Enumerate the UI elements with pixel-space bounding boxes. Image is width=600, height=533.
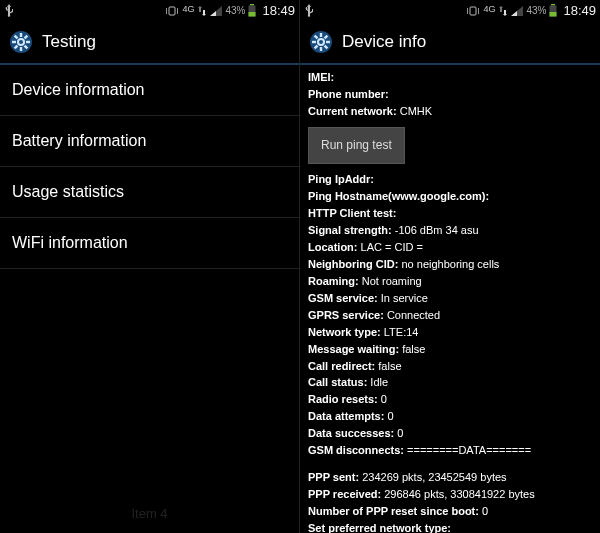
svg-point-29 — [319, 40, 323, 44]
data-arrows-icon — [197, 6, 207, 16]
menu-battery-information[interactable]: Battery information — [0, 116, 299, 167]
app-header-left: Testing — [0, 21, 299, 65]
status-bar-left: 4G 43% 18:49 — [0, 0, 299, 21]
svg-rect-3 — [249, 12, 256, 17]
gear-icon — [308, 29, 334, 55]
svg-rect-24 — [326, 41, 330, 43]
menu-wifi-information[interactable]: WiFi information — [0, 218, 299, 269]
battery-icon — [248, 4, 256, 17]
field-neighboring-cid: Neighboring CID: no neighboring cells — [308, 257, 592, 273]
field-pref-network-label: Set preferred network type: — [308, 521, 592, 533]
right-panel: 4G 43% 18:49 Device info IMEI: — [300, 0, 600, 533]
network-4g-icon: 4G — [182, 4, 194, 14]
signal-icon — [210, 6, 222, 16]
field-roaming: Roaming: Not roaming — [308, 274, 592, 290]
run-ping-test-button[interactable]: Run ping test — [308, 127, 405, 164]
svg-rect-23 — [312, 41, 316, 43]
menu-usage-statistics[interactable]: Usage statistics — [0, 167, 299, 218]
field-ping-hostname: Ping Hostname(www.google.com): — [308, 189, 592, 205]
network-4g-icon: 4G — [483, 4, 495, 14]
item-4-label: Item 4 — [119, 502, 179, 525]
battery-percent: 43% — [225, 5, 245, 16]
page-title-right: Device info — [342, 32, 426, 52]
field-ppp-received: PPP received: 296846 pkts, 330841922 byt… — [308, 487, 592, 503]
field-ping-ipaddr: Ping IpAddr: — [308, 172, 592, 188]
signal-icon — [511, 6, 523, 16]
field-gsm-service: GSM service: In service — [308, 291, 592, 307]
menu-list: Device information Battery information U… — [0, 65, 299, 269]
menu-device-information[interactable]: Device information — [0, 65, 299, 116]
svg-rect-15 — [470, 7, 476, 15]
svg-rect-6 — [20, 33, 22, 37]
detail-body: IMEI: Phone number: Current network: CMH… — [300, 65, 600, 533]
vibrate-icon — [165, 5, 179, 17]
data-arrows-icon — [498, 6, 508, 16]
field-gprs-service: GPRS service: Connected — [308, 308, 592, 324]
svg-rect-22 — [320, 47, 322, 51]
battery-percent: 43% — [526, 5, 546, 16]
field-gsm-disconnects: GSM disconnects: ========DATA======= — [308, 443, 592, 459]
usb-icon — [4, 4, 14, 18]
svg-rect-21 — [320, 33, 322, 37]
field-radio-resets: Radio resets: 0 — [308, 392, 592, 408]
field-ppp-reset: Number of PPP reset since boot: 0 — [308, 504, 592, 520]
svg-rect-16 — [551, 4, 555, 6]
svg-rect-1 — [250, 4, 254, 6]
field-network-type: Network type: LTE:14 — [308, 325, 592, 341]
left-panel: 4G 43% 18:49 Testing Device infor — [0, 0, 300, 533]
field-location: Location: LAC = CID = — [308, 240, 592, 256]
field-data-successes: Data successes: 0 — [308, 426, 592, 442]
gear-icon — [8, 29, 34, 55]
vibrate-icon — [466, 5, 480, 17]
field-http-client-test: HTTP Client test: — [308, 206, 592, 222]
battery-icon — [549, 4, 557, 17]
svg-rect-8 — [12, 41, 16, 43]
svg-rect-0 — [169, 7, 175, 15]
svg-point-14 — [19, 40, 23, 44]
field-call-redirect: Call redirect: false — [308, 359, 592, 375]
svg-rect-7 — [20, 47, 22, 51]
svg-rect-9 — [26, 41, 30, 43]
app-header-right: Device info — [300, 21, 600, 65]
field-ppp-sent: PPP sent: 234269 pkts, 23452549 bytes — [308, 470, 592, 486]
page-title-left: Testing — [42, 32, 96, 52]
field-current-network: Current network: CMHK — [308, 104, 592, 120]
status-bar-right: 4G 43% 18:49 — [300, 0, 600, 21]
field-phone-number: Phone number: — [308, 87, 592, 103]
svg-rect-18 — [550, 12, 557, 17]
field-call-status: Call status: Idle — [308, 375, 592, 391]
field-data-attempts: Data attempts: 0 — [308, 409, 592, 425]
field-message-waiting: Message waiting: false — [308, 342, 592, 358]
field-imei: IMEI: — [308, 70, 592, 86]
status-time: 18:49 — [563, 3, 596, 18]
field-signal-strength: Signal strength: -106 dBm 34 asu — [308, 223, 592, 239]
status-time: 18:49 — [262, 3, 295, 18]
usb-icon — [304, 4, 314, 18]
